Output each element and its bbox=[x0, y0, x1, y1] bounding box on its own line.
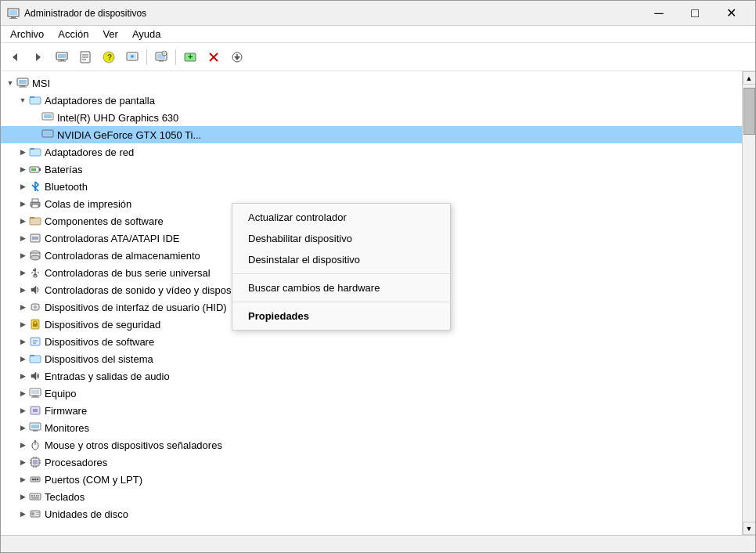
tree-label-nvidia: NVIDIA GeForce GTX 1050 Ti... bbox=[57, 129, 201, 141]
expand-almacenamiento[interactable]: ▶ bbox=[16, 249, 29, 262]
tree-item-nvidia[interactable]: ▶ NVIDIA GeForce GTX 1050 Ti... bbox=[1, 126, 742, 143]
svg-rect-8 bbox=[59, 60, 64, 61]
network-adapter-icon bbox=[29, 146, 41, 158]
svg-point-97 bbox=[34, 479, 37, 481]
maximize-button[interactable]: □ bbox=[677, 1, 713, 26]
tree-item-monitores[interactable]: ▶ Monitores bbox=[1, 419, 742, 436]
forward-button[interactable] bbox=[27, 46, 49, 68]
tree-label-colas: Colas de impresión bbox=[45, 198, 131, 210]
expand-seguridad[interactable]: ▶ bbox=[16, 318, 29, 331]
expand-monitores[interactable]: ▶ bbox=[16, 421, 29, 434]
tree-item-unidades[interactable]: ▶ Unidades de disco bbox=[1, 505, 742, 522]
tree-item-teclados[interactable]: ▶ Teclados bbox=[1, 488, 742, 505]
close-button[interactable]: ✕ bbox=[713, 1, 749, 26]
audio-icon bbox=[29, 370, 41, 382]
tree-item-mouse[interactable]: ▶ Mouse y otros dispositivos señaladores bbox=[1, 436, 742, 454]
expand-mouse[interactable]: ▶ bbox=[16, 439, 29, 451]
menu-accion[interactable]: Acción bbox=[52, 27, 95, 42]
context-menu-desinstalar[interactable]: Desinstalar el dispositivo bbox=[232, 249, 450, 270]
remove-button[interactable] bbox=[203, 46, 225, 68]
menu-archivo[interactable]: Archivo bbox=[4, 27, 50, 42]
vertical-scrollbar[interactable]: ▲ ▼ bbox=[742, 71, 755, 535]
storage-icon bbox=[29, 249, 41, 262]
svg-rect-74 bbox=[31, 390, 39, 394]
menu-ayuda[interactable]: Ayuda bbox=[126, 27, 167, 42]
expand-bluetooth[interactable]: ▶ bbox=[16, 180, 29, 193]
view-device-button[interactable] bbox=[51, 46, 73, 68]
help-button[interactable]: ? bbox=[98, 46, 120, 68]
context-menu-propiedades[interactable]: Propiedades bbox=[232, 305, 450, 327]
window-controls: ─ □ ✕ bbox=[641, 1, 749, 26]
svg-rect-100 bbox=[31, 495, 33, 497]
add-button[interactable]: + bbox=[179, 46, 201, 68]
tree-label-puertos: Puertos (COM y LPT) bbox=[45, 474, 142, 486]
security-icon bbox=[29, 318, 41, 331]
expand-audio[interactable]: ▶ bbox=[16, 370, 29, 382]
update-button[interactable] bbox=[226, 46, 248, 68]
expand-sistema[interactable]: ▶ bbox=[16, 352, 29, 365]
back-button[interactable] bbox=[4, 46, 26, 68]
expand-ata[interactable]: ▶ bbox=[16, 232, 29, 244]
svg-point-63 bbox=[34, 305, 37, 309]
cpu-icon bbox=[29, 456, 41, 468]
expand-software[interactable]: ▶ bbox=[16, 335, 29, 348]
context-menu-deshabilitar[interactable]: Deshabilitar dispositivo bbox=[232, 228, 450, 249]
toolbar-separator-2 bbox=[175, 49, 176, 65]
expand-unidades[interactable]: ▶ bbox=[16, 508, 29, 520]
tree-label-hid: Dispositivos de interfaz de usuario (HID… bbox=[45, 302, 227, 313]
tree-item-adaptadores-pantalla[interactable]: ▼ Adaptadores de pantalla bbox=[1, 92, 742, 109]
scroll-thumb[interactable] bbox=[743, 88, 755, 135]
resources-button[interactable] bbox=[121, 46, 143, 68]
tree-label-almacenamiento: Controladoras de almacenamiento bbox=[45, 250, 200, 262]
device-tree[interactable]: ▼ MSI ▼ bbox=[1, 71, 742, 535]
tree-item-adaptadores-red[interactable]: ▶ Adaptadores de red bbox=[1, 143, 742, 161]
tree-item-intel-uhd[interactable]: ▶ Intel(R) UHD Graphics 630 bbox=[1, 109, 742, 126]
tree-item-procesadores[interactable]: ▶ Procesadores bbox=[1, 454, 742, 471]
scroll-up-arrow[interactable]: ▲ bbox=[743, 71, 756, 85]
tree-item-puertos[interactable]: ▶ Puertos (COM y LPT) bbox=[1, 471, 742, 488]
disk-icon bbox=[29, 508, 41, 520]
expand-sonido[interactable]: ▶ bbox=[16, 284, 29, 296]
expand-adaptadores-pantalla[interactable]: ▼ bbox=[16, 94, 29, 107]
tree-item-msi[interactable]: ▼ MSI bbox=[1, 74, 742, 92]
tree-item-bluetooth[interactable]: ▶ Bluetooth bbox=[1, 178, 742, 195]
tree-item-audio[interactable]: ▶ Entradas y salidas de audio bbox=[1, 367, 742, 385]
expand-firmware[interactable]: ▶ bbox=[16, 404, 29, 417]
expand-adaptadores-red[interactable]: ▶ bbox=[16, 146, 29, 158]
svg-point-107 bbox=[32, 513, 34, 515]
expand-teclados[interactable]: ▶ bbox=[16, 490, 29, 503]
scroll-down-arrow[interactable]: ▼ bbox=[743, 522, 756, 535]
expand-colas[interactable]: ▶ bbox=[16, 197, 29, 210]
expand-puertos[interactable]: ▶ bbox=[16, 473, 29, 486]
expand-msi[interactable]: ▼ bbox=[4, 77, 16, 89]
properties-button[interactable] bbox=[74, 46, 96, 68]
mouse-icon bbox=[29, 439, 41, 451]
svg-rect-57 bbox=[33, 269, 36, 271]
expand-equipo[interactable]: ▶ bbox=[16, 387, 29, 399]
svg-rect-36 bbox=[30, 96, 34, 98]
tree-item-sistema[interactable]: ▶ Dispositivos del sistema bbox=[1, 350, 742, 367]
expand-baterias[interactable]: ▶ bbox=[16, 163, 29, 175]
context-menu-actualizar[interactable]: Actualizar controlador bbox=[232, 207, 450, 228]
svg-rect-50 bbox=[30, 217, 34, 219]
tree-item-baterias[interactable]: ▶ Baterías bbox=[1, 161, 742, 178]
monitor-button[interactable] bbox=[150, 46, 172, 68]
tree-label-mouse: Mouse y otros dispositivos señaladores bbox=[45, 439, 222, 451]
tree-label-sistema: Dispositivos del sistema bbox=[45, 353, 153, 365]
svg-line-59 bbox=[31, 272, 33, 273]
tree-item-firmware[interactable]: ▶ Firmware bbox=[1, 402, 742, 419]
expand-procesadores[interactable]: ▶ bbox=[16, 456, 29, 468]
tree-label-ata: Controladoras ATA/ATAPI IDE bbox=[45, 233, 179, 244]
expand-componentes[interactable]: ▶ bbox=[16, 215, 29, 227]
tree-item-software[interactable]: ▶ Dispositivos de software bbox=[1, 333, 742, 350]
tree-item-equipo[interactable]: ▶ Equipo bbox=[1, 385, 742, 402]
expand-bus[interactable]: ▶ bbox=[16, 266, 29, 279]
title-bar: Administrador de dispositivos ─ □ ✕ bbox=[1, 1, 755, 26]
menu-ver[interactable]: Ver bbox=[96, 27, 124, 42]
svg-rect-80 bbox=[31, 425, 39, 428]
svg-rect-109 bbox=[36, 514, 39, 515]
expand-hid[interactable]: ▶ bbox=[16, 301, 29, 313]
context-menu-buscar[interactable]: Buscar cambios de hardware bbox=[232, 277, 450, 298]
tree-label-adaptadores-pantalla: Adaptadores de pantalla bbox=[45, 95, 155, 107]
minimize-button[interactable]: ─ bbox=[641, 1, 677, 26]
